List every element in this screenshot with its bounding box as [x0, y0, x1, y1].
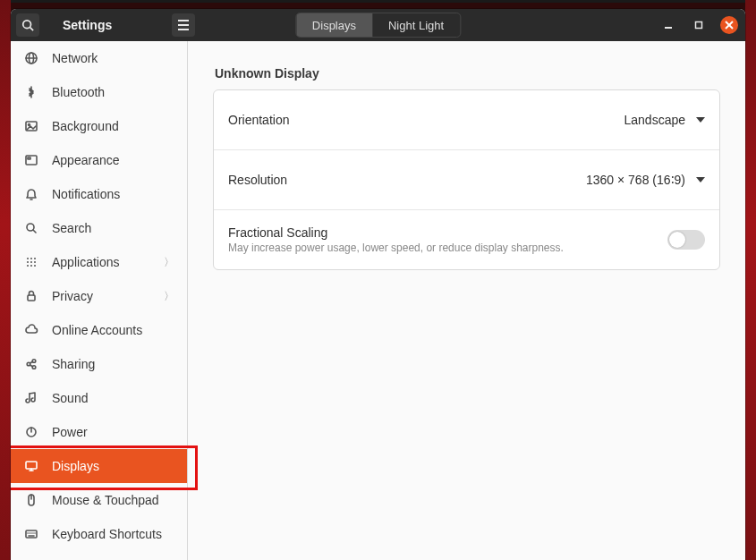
- cloud-icon: [23, 322, 39, 338]
- sidebar-item-label: Network: [52, 51, 174, 65]
- search-icon: [21, 19, 34, 31]
- sidebar-item-label: Bluetooth: [52, 85, 174, 99]
- settings-window: Settings Displays Night Light: [11, 9, 745, 560]
- bluetooth-icon: [23, 84, 39, 100]
- window-maximize-button[interactable]: [690, 16, 708, 34]
- background-icon: [23, 118, 39, 134]
- fractional-scaling-toggle[interactable]: [667, 230, 705, 250]
- sidebar-item-label: Privacy: [52, 289, 151, 303]
- svg-point-13: [29, 124, 30, 126]
- mouse-icon: [23, 492, 39, 508]
- sidebar-item-label: Online Accounts: [52, 323, 174, 337]
- tab-displays-label: Displays: [312, 19, 356, 32]
- svg-rect-6: [696, 22, 702, 29]
- chevron-down-icon: [696, 177, 705, 182]
- lock-icon: [23, 288, 39, 304]
- svg-point-23: [30, 261, 32, 263]
- chevron-right-icon: 〉: [164, 255, 174, 270]
- sidebar-item-sound[interactable]: Sound: [11, 381, 187, 415]
- main-content: Unknown Display Orientation Landscape Re…: [188, 41, 745, 560]
- sidebar-item-bluetooth[interactable]: Bluetooth: [11, 75, 187, 109]
- sidebar-item-label: Background: [52, 119, 174, 133]
- svg-point-22: [27, 261, 29, 263]
- window-minimize-button[interactable]: [659, 16, 677, 34]
- fractional-scaling-label: Fractional Scaling: [228, 225, 667, 240]
- sidebar-item-notifications[interactable]: Notifications: [11, 177, 187, 211]
- tab-night-light-label: Night Light: [388, 19, 444, 32]
- orientation-label: Orientation: [228, 113, 443, 127]
- window-close-button[interactable]: [720, 16, 738, 34]
- svg-point-19: [27, 258, 29, 259]
- svg-point-25: [27, 265, 29, 267]
- svg-rect-28: [28, 295, 35, 301]
- resolution-value: 1360 × 768 (16∶9): [586, 173, 685, 187]
- bell-icon: [23, 186, 39, 202]
- sidebar-item-applications[interactable]: Applications〉: [11, 245, 187, 279]
- svg-line-18: [33, 230, 36, 233]
- search-button[interactable]: [16, 13, 39, 37]
- sidebar-item-label: Applications: [52, 255, 151, 269]
- svg-line-33: [30, 365, 33, 367]
- sidebar-item-background[interactable]: Background: [11, 109, 187, 143]
- fractional-scaling-row: Fractional Scaling May increase power us…: [214, 209, 719, 269]
- orientation-value: Landscape: [624, 113, 685, 127]
- share-icon: [23, 356, 39, 372]
- sidebar-item-power[interactable]: Power: [11, 415, 187, 449]
- svg-point-26: [30, 265, 32, 267]
- svg-point-21: [34, 258, 36, 259]
- tab-displays[interactable]: Displays: [296, 13, 372, 37]
- search-icon: [23, 220, 39, 236]
- sidebar-item-privacy[interactable]: Privacy〉: [11, 279, 187, 313]
- sidebar-item-keyboard[interactable]: Keyboard Shortcuts: [11, 517, 187, 551]
- appearance-icon: [23, 152, 39, 168]
- desktop-edge-right: [745, 0, 756, 560]
- svg-point-27: [34, 265, 36, 267]
- display-icon: [23, 458, 39, 474]
- sidebar-item-appearance[interactable]: Appearance: [11, 143, 187, 177]
- svg-point-24: [34, 261, 36, 263]
- svg-point-0: [23, 21, 31, 29]
- note-icon: [23, 390, 39, 406]
- fractional-scaling-sub: May increase power usage, lower speed, o…: [228, 242, 667, 254]
- maximize-icon: [694, 21, 703, 30]
- svg-rect-15: [28, 157, 30, 159]
- sidebar-item-search[interactable]: Search: [11, 211, 187, 245]
- svg-line-1: [30, 28, 34, 31]
- resolution-row[interactable]: Resolution 1360 × 768 (16∶9): [214, 149, 719, 209]
- svg-point-20: [30, 258, 32, 259]
- sidebar-item-online-accounts[interactable]: Online Accounts: [11, 313, 187, 347]
- globe-icon: [23, 50, 39, 66]
- sidebar-item-displays[interactable]: Displays: [11, 449, 187, 483]
- window-title: Settings: [63, 18, 112, 32]
- toggle-knob: [669, 232, 685, 248]
- sidebar-item-sharing[interactable]: Sharing: [11, 347, 187, 381]
- sidebar-item-label: Appearance: [52, 153, 174, 167]
- sidebar-item-label: Sharing: [52, 357, 174, 371]
- keyboard-icon: [23, 526, 39, 542]
- grid-icon: [23, 254, 39, 270]
- minimize-icon: [664, 21, 673, 30]
- svg-line-32: [30, 361, 33, 363]
- tab-night-light[interactable]: Night Light: [372, 13, 460, 37]
- sidebar-item-mouse[interactable]: Mouse & Touchpad: [11, 483, 187, 517]
- hamburger-menu-button[interactable]: [172, 13, 195, 37]
- svg-rect-36: [26, 462, 37, 469]
- sidebar-item-label: Sound: [52, 391, 174, 405]
- sidebar-item-label: Notifications: [52, 187, 174, 201]
- titlebar: Settings Displays Night Light: [11, 9, 745, 41]
- sidebar: NetworkBluetoothBackgroundAppearanceNoti…: [11, 41, 188, 560]
- resolution-label: Resolution: [228, 173, 443, 187]
- hamburger-icon: [177, 20, 190, 30]
- close-icon: [725, 21, 734, 30]
- sidebar-item-label: Keyboard Shortcuts: [52, 527, 174, 541]
- chevron-right-icon: 〉: [164, 289, 174, 304]
- header-tabs: Displays Night Light: [295, 13, 461, 38]
- display-settings-panel: Orientation Landscape Resolution 1360 × …: [213, 89, 720, 270]
- desktop-edge-left: [0, 0, 11, 560]
- orientation-row[interactable]: Orientation Landscape: [214, 90, 719, 149]
- sidebar-item-network[interactable]: Network: [11, 41, 187, 75]
- chevron-down-icon: [696, 117, 705, 123]
- power-icon: [23, 424, 39, 440]
- sidebar-item-label: Power: [52, 425, 174, 439]
- sidebar-item-label: Search: [52, 221, 174, 235]
